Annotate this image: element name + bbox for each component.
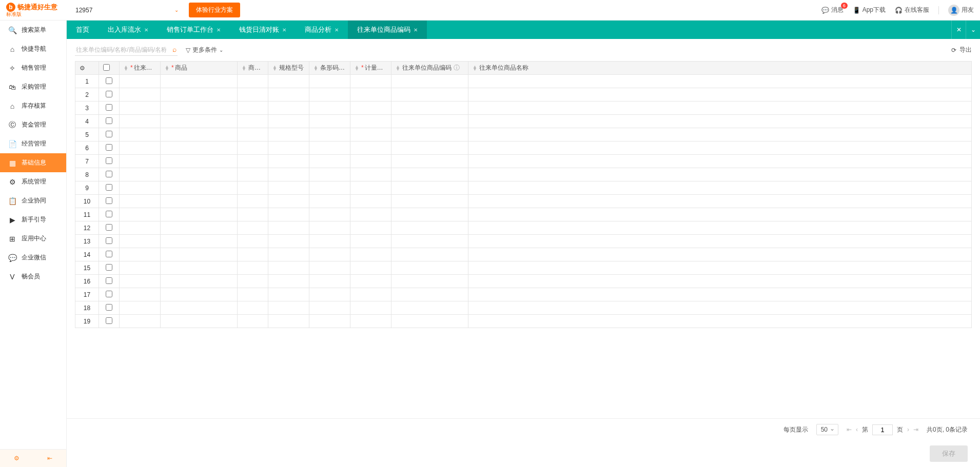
table-cell[interactable]	[309, 155, 350, 168]
row-checkbox[interactable]	[106, 251, 112, 257]
table-cell[interactable]	[350, 115, 391, 128]
table-cell[interactable]	[120, 248, 161, 261]
table-cell[interactable]	[350, 155, 391, 168]
tab[interactable]: 出入库流水✕	[99, 21, 158, 39]
table-cell[interactable]	[238, 235, 268, 248]
table-cell[interactable]	[350, 315, 391, 328]
table-cell[interactable]	[238, 75, 268, 88]
table-cell[interactable]	[350, 88, 391, 101]
row-checkbox[interactable]	[106, 291, 112, 297]
tab[interactable]: 往来单位商品编码✕	[348, 21, 427, 39]
table-cell[interactable]	[238, 155, 268, 168]
row-checkbox[interactable]	[106, 264, 112, 271]
table-cell[interactable]	[468, 301, 972, 315]
table-cell[interactable]	[268, 301, 309, 315]
table-cell[interactable]	[391, 208, 468, 221]
tab-close-all[interactable]: ✕	[951, 21, 966, 39]
row-checkbox[interactable]	[106, 277, 112, 284]
page-first[interactable]: ⇤	[847, 426, 852, 433]
sort-icon[interactable]: ▲▼	[124, 66, 128, 71]
table-cell[interactable]	[391, 301, 468, 315]
sidebar-item[interactable]: 💬企业微信	[0, 248, 66, 267]
sort-icon[interactable]: ▲▼	[242, 66, 246, 71]
table-cell[interactable]	[468, 221, 972, 235]
table-cell[interactable]	[268, 101, 309, 115]
table-cell[interactable]	[120, 261, 161, 275]
close-icon[interactable]: ✕	[144, 27, 148, 33]
table-cell[interactable]	[468, 195, 972, 208]
row-checkbox[interactable]	[106, 91, 112, 97]
table-cell[interactable]	[161, 88, 238, 101]
page-input[interactable]	[872, 424, 893, 435]
table-cell[interactable]	[238, 208, 268, 221]
table-cell[interactable]	[468, 128, 972, 141]
table-cell[interactable]	[309, 275, 350, 288]
table-cell[interactable]	[120, 275, 161, 288]
save-button[interactable]: 保存	[930, 445, 968, 462]
table-cell[interactable]	[268, 208, 309, 221]
table-cell[interactable]	[120, 155, 161, 168]
table-cell[interactable]	[238, 101, 268, 115]
table-cell[interactable]	[161, 181, 238, 195]
sort-icon[interactable]: ▲▼	[272, 66, 277, 71]
table-cell[interactable]	[161, 208, 238, 221]
table-cell[interactable]	[350, 141, 391, 155]
table-cell[interactable]	[268, 275, 309, 288]
table-cell[interactable]	[350, 248, 391, 261]
table-cell[interactable]	[391, 261, 468, 275]
table-cell[interactable]	[309, 181, 350, 195]
row-checkbox[interactable]	[106, 157, 112, 164]
table-cell[interactable]	[468, 181, 972, 195]
table-cell[interactable]	[391, 221, 468, 235]
table-cell[interactable]	[120, 101, 161, 115]
table-cell[interactable]	[309, 208, 350, 221]
table-cell[interactable]	[238, 261, 268, 275]
sidebar-item[interactable]: ▶新手引导	[0, 210, 66, 229]
table-cell[interactable]	[238, 315, 268, 328]
column-header[interactable]: ▲▼商品...	[238, 62, 268, 75]
table-cell[interactable]	[161, 168, 238, 181]
table-cell[interactable]	[350, 75, 391, 88]
table-cell[interactable]	[268, 128, 309, 141]
tab[interactable]: 首页	[67, 21, 99, 39]
row-checkbox[interactable]	[106, 197, 112, 204]
sidebar-item[interactable]: V畅会员	[0, 267, 66, 286]
table-cell[interactable]	[309, 235, 350, 248]
table-cell[interactable]	[120, 208, 161, 221]
sidebar-item[interactable]: Ⓒ资金管理	[0, 115, 66, 134]
column-header[interactable]: ▲▼往来单位商品名称	[468, 62, 972, 75]
table-cell[interactable]	[391, 235, 468, 248]
table-cell[interactable]	[268, 141, 309, 155]
table-cell[interactable]	[391, 275, 468, 288]
table-cell[interactable]	[268, 181, 309, 195]
column-header[interactable]: ▲▼*计量单位	[350, 62, 391, 75]
table-cell[interactable]	[268, 195, 309, 208]
table-cell[interactable]	[268, 88, 309, 101]
table-cell[interactable]	[468, 315, 972, 328]
table-cell[interactable]	[161, 221, 238, 235]
table-cell[interactable]	[391, 155, 468, 168]
table-cell[interactable]	[238, 88, 268, 101]
table-cell[interactable]	[309, 75, 350, 88]
table-cell[interactable]	[161, 115, 238, 128]
sidebar-item[interactable]: ✧销售管理	[0, 58, 66, 77]
table-cell[interactable]	[268, 235, 309, 248]
sidebar-item[interactable]: 📄经营管理	[0, 134, 66, 153]
column-header[interactable]: ▲▼*商品	[161, 62, 238, 75]
table-cell[interactable]	[120, 128, 161, 141]
column-header[interactable]: ▲▼规格型号	[268, 62, 309, 75]
table-cell[interactable]	[468, 101, 972, 115]
settings-button[interactable]: ⚙	[0, 450, 33, 467]
table-cell[interactable]	[309, 101, 350, 115]
table-cell[interactable]	[350, 288, 391, 301]
table-cell[interactable]	[391, 101, 468, 115]
search-icon[interactable]: ⌕	[172, 45, 177, 53]
page-next[interactable]: ›	[907, 426, 909, 433]
table-cell[interactable]	[120, 221, 161, 235]
table-cell[interactable]	[161, 235, 238, 248]
table-cell[interactable]	[391, 75, 468, 88]
tab[interactable]: 商品分析✕	[296, 21, 348, 39]
table-cell[interactable]	[120, 181, 161, 195]
row-checkbox[interactable]	[106, 171, 112, 177]
table-cell[interactable]	[238, 248, 268, 261]
